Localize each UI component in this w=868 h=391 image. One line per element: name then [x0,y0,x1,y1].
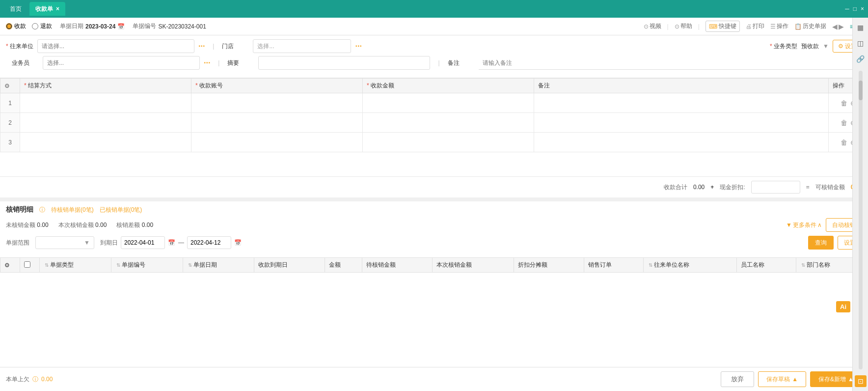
receipt-type-group: 收款 退款 [6,22,52,30]
discount-label: 现金折扣: [720,183,745,192]
cal-to-icon[interactable]: 📅 [234,239,242,246]
main-area: 收款 退款 单据日期 2023-03-24 📅 单据编号 SK-20230324… [0,18,868,391]
note-input[interactable] [479,56,856,70]
date-from-input[interactable] [121,236,165,249]
bill-no-field: 单据编号 SK-20230324-001 [133,22,206,30]
window-close-btn[interactable]: × [861,5,864,12]
operations-icon: ☰ [770,23,776,30]
row-2-note[interactable] [534,113,829,133]
discount-input[interactable] [751,181,800,194]
bottom-table: ⚙ ⇅ 单据类型 ⇅ 单据编号 ⇅ 单据日期 收款到期日 金额 [0,257,868,273]
sidebar-scrollbar[interactable] [859,71,863,369]
history-btn[interactable]: 📋 历史单据 [794,22,826,30]
note-label: 备注 [448,59,475,67]
summary-input[interactable] [258,56,430,70]
row-3-account[interactable] [191,133,363,152]
date-range: 到期日 📅 — 📅 [100,236,242,249]
done-tab[interactable]: 已核销单据(0笔) [100,206,142,214]
calendar-icon[interactable]: 📅 [117,23,125,30]
store-more-btn[interactable]: ··· [355,42,361,51]
toolbar: 收款 退款 单据日期 2023-03-24 📅 单据编号 SK-20230324… [0,18,868,35]
date-to-input[interactable] [187,236,231,249]
col-checkbox[interactable] [20,258,40,273]
row-2-payment[interactable] [20,113,191,133]
video-btn[interactable]: ⊙ 视频 [644,22,661,30]
print-btn[interactable]: 🖨 打印 [746,22,764,30]
row-2-account[interactable] [191,113,363,133]
minimize-btn[interactable]: ─ [845,5,849,12]
prev-arrow[interactable]: ◀ [832,23,838,30]
col-amount-header: * 收款金额 [363,79,534,93]
verify-info-icon[interactable]: ⓘ [39,206,45,214]
sidebar-icon-4[interactable]: ⊡ [855,375,867,387]
tab-receipt-close[interactable]: × [56,5,59,12]
right-sidebar: ▦ ◫ 🔗 ⊡ [852,18,868,391]
business-type-label: 业务类型 [770,42,797,51]
col-gear[interactable]: ⚙ [0,258,20,273]
col-account-header: * 收款账号 [191,79,363,93]
row-2-delete-icon[interactable]: 🗑 [841,119,847,127]
sidebar-icon-2[interactable]: ◫ [855,37,867,49]
tab-home-label: 首页 [10,5,22,13]
bottom-table-section: ⚙ ⇅ 单据类型 ⇅ 单据编号 ⇅ 单据日期 收款到期日 金额 [0,257,868,367]
ai-badge[interactable]: Ai [836,301,850,312]
row-3-note[interactable] [534,133,829,152]
shortcut-btn[interactable]: ⌨ 快捷键 [705,21,740,32]
store-select[interactable]: 选择... [253,39,351,53]
verify-stats: 未核销金额 0.00 本次核销金额 0.00 核销差额 0.00 ▼ 更多条件 … [6,218,862,232]
nav-arrows: ◀ ▶ [832,23,844,30]
customer-label: 往来单位 [6,42,33,51]
row-3-amount[interactable] [363,133,534,152]
sidebar-icon-3[interactable]: 🔗 [855,53,867,65]
row-1-amount[interactable] [363,93,534,113]
row-1-account[interactable] [191,93,363,113]
business-type-field: 业务类型 预收款 ▼ ⚙ 设置 [770,40,862,53]
row-3-payment[interactable] [20,133,191,152]
tab-receipt[interactable]: 收款单 × [29,2,65,16]
table-gear-icon[interactable]: ⚙ [4,83,10,89]
bottom-label: 本单上欠 [6,375,29,384]
more-conditions-btn[interactable]: ▼ 更多条件 ∧ [786,221,822,229]
query-btn[interactable]: 查询 [808,236,834,250]
agent-more-btn[interactable]: ··· [204,58,210,67]
maximize-btn[interactable]: □ [853,5,857,12]
date-value: 2023-03-24 [85,23,115,30]
receipt-table: ⚙ * 结算方式 * 收款账号 * 收款金额 备注 操作 [0,78,868,152]
row-1-payment[interactable] [20,93,191,113]
col-pending-amount: 待核销金额 [362,258,432,273]
window-controls: ─ □ × [845,5,864,12]
save-draft-btn[interactable]: 保存草稿 ▲ [758,371,806,387]
summary-label: 摘要 [227,59,254,67]
bottom-gear-icon[interactable]: ⚙ [4,262,10,269]
sidebar-icon-1[interactable]: ▦ [855,22,867,33]
help-btn[interactable]: ⊙ 帮助 [675,22,692,30]
business-type-chevron[interactable]: ▼ [823,43,829,50]
next-arrow[interactable]: ▶ [839,23,844,30]
bottom-value: 0.00 [41,376,53,383]
radio-receipt[interactable]: 收款 [6,22,26,30]
table-row: 2 🗑 ⊕ [0,113,868,133]
abandon-btn[interactable]: 放弃 [721,371,754,387]
radio-refund[interactable]: 退款 [32,22,52,30]
row-1-delete-icon[interactable]: 🗑 [841,99,847,107]
verify-filters: 单据范围 ▼ 到期日 📅 — 📅 查询 设置 [6,236,862,250]
customer-input[interactable] [37,39,194,53]
available-label: 可核销金额 [815,183,845,192]
row-1-note[interactable] [534,93,829,113]
operations-btn[interactable]: ☰ 操作 [770,22,788,30]
tab-home[interactable]: 首页 [4,2,27,16]
col-settings[interactable]: ⚙ [0,79,20,93]
cal-from-icon[interactable]: 📅 [168,239,175,246]
agent-input[interactable] [43,56,200,70]
save-draft-chevron[interactable]: ▲ [792,376,798,383]
tab-receipt-label: 收款单 [35,5,53,13]
row-3-delete-icon[interactable]: 🗑 [841,139,847,146]
customer-more-btn[interactable]: ··· [198,42,205,51]
row-2-amount[interactable] [363,113,534,133]
pending-tab[interactable]: 待核销单据(0笔) [51,206,94,214]
print-icon: 🖨 [746,23,752,30]
bottom-info-icon[interactable]: ⓘ [32,375,38,384]
row-2-num: 2 [0,113,20,133]
video-icon: ⊙ [644,23,649,30]
bill-range-select[interactable]: ▼ [35,236,94,249]
